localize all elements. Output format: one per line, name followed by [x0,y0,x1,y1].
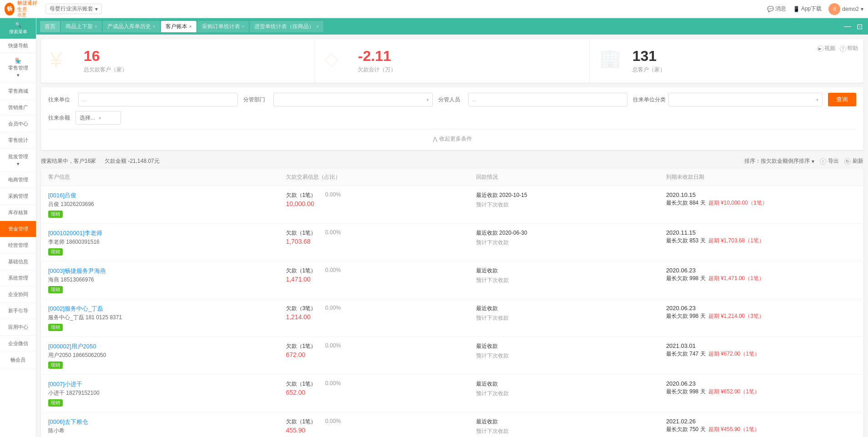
refresh-btn[interactable]: ↻ 刷新 [844,157,863,165]
help-btn[interactable]: ? 帮助 [840,45,858,52]
debt-info: 欠款（1笔） 10,000.00 0.00% [286,191,476,208]
top-bar-left: 畅 畅捷通好生意 示意 母婴行业演示账套 ▾ [5,0,102,17]
recent-date: 最近收款 [476,305,666,312]
sidebar-search[interactable]: 🔍 搜索菜单 [0,18,36,39]
sidebar-item-operations[interactable]: 经营管理 [0,237,36,254]
overdue-date: 2020.06.23 [666,380,856,387]
overdue-amount[interactable]: 超期 ¥672.00（1笔） [708,350,760,358]
debt-count: 欠款（1笔） [286,229,316,237]
message-btn[interactable]: 💬 消息 [767,5,786,13]
customer-info: [0007]小进干 小进干 18279152100 现销 [48,380,286,407]
sidebar-quick-nav[interactable]: 快捷导航 [0,39,36,53]
sidebar-item-member[interactable]: 会员中心 [0,116,36,132]
user-area[interactable]: d demo2 ▾ [828,3,863,15]
sidebar-item-retail-mgmt[interactable]: 🏪 零售管理 ▾ [0,53,36,83]
filter-row-2: 往来余额 选择... ▾ [48,111,856,125]
filter-person: 分管人员 ... [438,93,628,106]
sidebar-item-enterprise-coop[interactable]: 企业协同 [0,286,36,303]
close-tab-purchase-order[interactable]: × [242,24,245,29]
overdue-date: 2020.11.15 [666,229,856,236]
overdue-amount[interactable]: 超期 ¥1,703.68（1笔） [708,237,764,245]
app-download-btn[interactable]: 📱 App下载 [793,5,822,13]
recent-date: 最近收款 [476,380,666,388]
customer-name-link[interactable]: [0007]小进干 [48,381,82,387]
customer-info: [000002]用户2050 用户2050 18665062050 现销 [48,342,286,369]
refresh-icon: ↻ [844,158,851,165]
stat-info-debt-total: -2.11 欠款合计（万） [358,48,580,74]
customer-name-link[interactable]: [0006]去下粮仓 [48,418,88,425]
close-tab-production-history[interactable]: × [153,24,156,29]
overdue-info: 2020.06.23 最长欠款 998 天 超期 ¥1,214.00（3笔） [666,305,856,320]
debt-amount: 672.00 [286,351,316,358]
overdue-amount[interactable]: 超期 ¥1,214.00（3笔） [708,312,764,320]
stat-card-total-customers: 🏢 131 总客户（家） ▶ 视频 ? 帮助 [590,39,863,83]
minimize-btn[interactable]: — [842,22,853,31]
overdue-amount[interactable]: 超期 ¥652.00（1笔） [708,388,760,396]
overdue-amount[interactable]: 超期 ¥1,471.00（1笔） [708,275,764,282]
customer-info: [0001020001]李老师 李老师 18600391516 现销 [48,229,286,256]
customer-name-link[interactable]: [0002]服务中心_丁磊 [48,305,103,312]
overdue-amount[interactable]: 超期 ¥10,000.00（1笔） [708,199,768,207]
sidebar-item-basic-info[interactable]: 基础信息 [0,254,36,270]
debt-amount: 10,000.00 [286,200,316,207]
sort-select[interactable]: 排序：按欠款金额倒序排序 ▾ [744,157,814,165]
sidebar-item-inventory[interactable]: 库存核算 [0,205,36,221]
overdue-amount[interactable]: 超期 ¥455.90（1笔） [708,426,760,433]
chevron-down-icon: ▾ [816,97,818,102]
sidebar-item-system[interactable]: 系统管理 [0,270,36,286]
overdue-row: 最长欠款 998 天 超期 ¥652.00（1笔） [666,388,856,396]
dept-select[interactable]: ▾ [273,93,433,106]
sidebar-item-retail-stats[interactable]: 零售统计 [0,132,36,149]
debt-total-label: 欠款合计（万） [358,66,580,74]
overdue-info: 2021.03.01 最长欠款 747 天 超期 ¥672.00（1笔） [666,342,856,358]
table-row: [0003]畅捷服务尹海燕 海燕 18513066976 现销 欠款（1笔） 1… [41,261,863,299]
sidebar-item-marketing[interactable]: 营销推广 [0,100,36,116]
sidebar-item-retail-mall[interactable]: 零售商城 [0,83,36,100]
from-unit-input[interactable]: ... [78,93,238,106]
tab-home[interactable]: 首页 [40,21,60,32]
sidebar-item-new-guide[interactable]: 新手引导 [0,303,36,319]
overdue-info: 2020.06.23 最长欠款 998 天 超期 ¥652.00（1笔） [666,380,856,396]
tab-purchase-stats[interactable]: 进货单统计表（按商品） × [250,21,323,32]
tab-purchase-order[interactable]: 采购订单统计表 × [197,21,249,32]
overdue-row: 最长欠款 884 天 超期 ¥10,000.00（1笔） [666,199,856,207]
tab-product-shelf[interactable]: 商品上下架 × [61,21,102,32]
customer-info: [0006]去下粮仓 陈小希 现销 [48,418,286,437]
store-selector[interactable]: 母婴行业演示账套 ▾ [45,4,102,14]
remainder-select[interactable]: 选择... ▾ [75,111,121,125]
person-input[interactable]: ... [468,93,628,106]
export-btn[interactable]: ↑ 导出 [820,157,839,165]
result-bar: 搜索结果中，客户16家 欠款金额 -21,148.07元 排序：按欠款金额倒序排… [41,154,863,169]
customer-name-link[interactable]: [0003]畅捷服务尹海燕 [48,267,106,274]
search-button[interactable]: 查询 [828,93,856,106]
tab-customer-account[interactable]: 客户账本 × [161,21,196,32]
debt-percent: 0.00% [325,418,341,424]
debtors-label: 总欠款客户（家） [84,66,306,74]
maximize-btn[interactable]: ⊡ [855,22,864,31]
close-tab-purchase-stats[interactable]: × [316,24,319,29]
sidebar-item-ecommerce[interactable]: 电商管理 [0,172,36,188]
recent-date: 最近收款 [476,418,666,426]
sidebar-item-member-plus[interactable]: 畅会员 [0,352,36,368]
tab-production-history[interactable]: 产成品入库单历史 × [103,21,160,32]
repayment-info: 最近收款 预计下次收款 [476,342,666,360]
filter-area: 往来单位 ... 分管部门 ▾ [41,87,863,150]
debt-percent: 0.00% [325,380,341,387]
customer-name-link[interactable]: [0016]吕俊 [48,192,76,199]
close-tab-customer-account[interactable]: × [189,24,192,29]
sidebar-item-enterprise-wx[interactable]: 企业微信 [0,336,36,352]
sidebar-item-app-center[interactable]: 应用中心 [0,319,36,336]
close-tab-product-shelf[interactable]: × [95,24,97,29]
unit-class-label: 往来单位分类 [633,96,666,104]
yuan-icon: ¥ [50,47,77,75]
customer-name-link[interactable]: [0001020001]李老师 [48,230,102,236]
unit-class-select[interactable]: ▾ [668,93,823,106]
video-btn[interactable]: ▶ 视频 [817,45,835,52]
sidebar-item-batch-mgmt[interactable]: 批发管理 ▾ [0,149,36,172]
collapse-btn[interactable]: ⋀ 收起更多条件 [48,133,856,145]
customer-name-link[interactable]: [000002]用户2050 [48,343,96,350]
sidebar-item-purchase[interactable]: 采购管理 [0,188,36,205]
customer-info: [0016]吕俊 吕俊 13026203696 现销 [48,191,286,218]
sidebar-item-finance[interactable]: 资金管理 [0,221,36,237]
chevron-down-icon: ▾ [861,6,863,12]
